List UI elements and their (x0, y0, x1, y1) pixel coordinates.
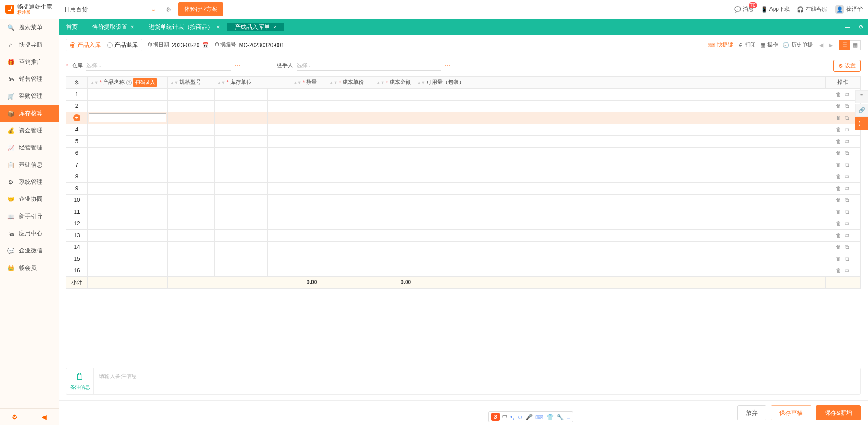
copy-row-icon[interactable]: ⧉ (845, 115, 849, 121)
close-icon[interactable]: ✕ (273, 24, 277, 30)
operate-link[interactable]: ▦操作 (760, 41, 778, 49)
store-settings-icon[interactable]: ⚙ (166, 6, 172, 13)
tab-1[interactable]: 售价提取设置✕ (85, 23, 142, 31)
delete-row-icon[interactable]: 🗑 (836, 209, 841, 215)
history-link[interactable]: 🕘历史单据 (783, 41, 813, 49)
ime-punct-icon[interactable]: •, (510, 414, 514, 420)
handler-picker-icon[interactable]: ⋯ (445, 63, 451, 69)
promo-button[interactable]: 体验行业方案 (178, 2, 223, 16)
table-row[interactable]: 8🗑⧉ (66, 171, 860, 182)
copy-row-icon[interactable]: ⧉ (845, 138, 849, 145)
delete-row-icon[interactable]: 🗑 (836, 162, 841, 168)
table-row[interactable]: 2🗑⧉ (66, 100, 860, 112)
remark-input[interactable] (94, 368, 860, 394)
store-selector[interactable]: 日用百货 ⌄ (61, 4, 160, 15)
delete-row-icon[interactable]: 🗑 (836, 220, 841, 227)
table-row[interactable]: 6🗑⧉ (66, 147, 860, 159)
copy-row-icon[interactable]: ⧉ (845, 91, 849, 98)
sort-icon[interactable]: ▲▼ (170, 81, 179, 84)
ime-mic-icon[interactable]: 🎤 (525, 414, 533, 420)
add-row-icon[interactable]: + (73, 114, 80, 121)
scan-entry-button[interactable]: 扫码录入 (133, 78, 157, 87)
sidebar-item-9[interactable]: ⚙系统管理 (0, 173, 59, 191)
copy-row-icon[interactable]: ⧉ (845, 150, 849, 156)
dock-expand-icon[interactable]: ⛶ (855, 117, 868, 130)
sort-icon[interactable]: ▲▼ (330, 81, 338, 84)
close-icon[interactable]: ✕ (130, 24, 134, 30)
copy-row-icon[interactable]: ⧉ (845, 244, 849, 250)
sidebar-item-3[interactable]: 🛍销售管理 (0, 70, 59, 88)
delete-row-icon[interactable]: 🗑 (836, 185, 841, 191)
delete-row-icon[interactable]: 🗑 (836, 115, 841, 121)
sort-icon[interactable]: ▲▼ (293, 81, 302, 84)
table-row[interactable]: 9🗑⧉ (66, 182, 860, 194)
copy-row-icon[interactable]: ⧉ (845, 267, 849, 274)
table-row[interactable]: +🗑⧉ (66, 112, 860, 124)
sidebar-item-4[interactable]: 🛒采购管理 (0, 88, 59, 105)
copy-row-icon[interactable]: ⧉ (845, 173, 849, 180)
ime-bar[interactable]: S 中 •, ☺ 🎤 ⌨ 👕 🔧 ≡ (488, 411, 573, 422)
table-row[interactable]: 10🗑⧉ (66, 194, 860, 206)
delete-row-icon[interactable]: 🗑 (836, 197, 841, 203)
table-row[interactable]: 7🗑⧉ (66, 159, 860, 171)
tab-3[interactable]: 产成品入库单✕ (227, 23, 284, 31)
ime-keyboard-icon[interactable]: ⌨ (535, 414, 544, 420)
copy-row-icon[interactable]: ⧉ (845, 197, 849, 203)
sidebar-item-6[interactable]: 💰资金管理 (0, 122, 59, 139)
delete-row-icon[interactable]: 🗑 (836, 126, 841, 133)
copy-row-icon[interactable]: ⧉ (845, 232, 849, 238)
info-icon[interactable]: ? (126, 80, 132, 85)
grid-setting-button[interactable]: ⚙设置 (833, 60, 861, 72)
table-row[interactable]: 4🗑⧉ (66, 124, 860, 135)
delete-row-icon[interactable]: 🗑 (836, 103, 841, 109)
print-link[interactable]: 🖨打印 (738, 41, 756, 49)
sidebar-item-0[interactable]: 🔍搜索菜单 (0, 19, 59, 36)
sidebar-item-2[interactable]: 🎁营销推广 (0, 53, 59, 70)
close-icon[interactable]: ✕ (216, 24, 220, 30)
sidebar-item-10[interactable]: 🤝企业协同 (0, 191, 59, 208)
sidebar-item-7[interactable]: 📈经营管理 (0, 139, 59, 156)
table-row[interactable]: 15🗑⧉ (66, 253, 860, 265)
tab-minimize-button[interactable]: — (841, 19, 854, 35)
dock-link-icon[interactable]: 🔗 (855, 104, 868, 117)
save-and-new-button[interactable]: 保存&新增 (816, 405, 861, 420)
sidebar-item-1[interactable]: ⌂快捷导航 (0, 36, 59, 53)
copy-row-icon[interactable]: ⧉ (845, 220, 849, 227)
table-row[interactable]: 1🗑⧉ (66, 89, 860, 100)
product-name-input[interactable] (89, 113, 166, 122)
delete-row-icon[interactable]: 🗑 (836, 232, 841, 238)
delete-row-icon[interactable]: 🗑 (836, 91, 841, 98)
tab-0[interactable]: 首页 (59, 23, 85, 31)
sidebar-settings-icon[interactable]: ⚙ (0, 409, 29, 425)
ime-tool-icon[interactable]: 🔧 (557, 414, 564, 420)
next-arrow-icon[interactable]: ▶ (827, 41, 835, 49)
copy-row-icon[interactable]: ⧉ (845, 209, 849, 215)
table-row[interactable]: 11🗑⧉ (66, 206, 860, 218)
sidebar-item-5[interactable]: 📦库存核算 (0, 105, 59, 122)
table-row[interactable]: 5🗑⧉ (66, 135, 860, 147)
header-gear-icon[interactable]: ⚙ (74, 79, 79, 86)
discard-button[interactable]: 放弃 (737, 405, 766, 420)
sort-icon[interactable]: ▲▼ (217, 81, 225, 84)
table-row[interactable]: 14🗑⧉ (66, 241, 860, 253)
copy-row-icon[interactable]: ⧉ (845, 126, 849, 133)
messages-link[interactable]: 💬 消息 70 (734, 5, 754, 13)
sort-icon[interactable]: ▲▼ (377, 81, 385, 84)
ime-more-icon[interactable]: ≡ (566, 414, 570, 420)
delete-row-icon[interactable]: 🗑 (836, 256, 841, 262)
warehouse-input[interactable] (86, 61, 231, 71)
sort-icon[interactable]: ▲▼ (417, 81, 425, 84)
table-row[interactable]: 13🗑⧉ (66, 229, 860, 241)
delete-row-icon[interactable]: 🗑 (836, 173, 841, 180)
service-link[interactable]: 🎧 在线客服 (797, 5, 827, 13)
copy-row-icon[interactable]: ⧉ (845, 185, 849, 191)
delete-row-icon[interactable]: 🗑 (836, 244, 841, 250)
dock-note-icon[interactable]: 🗒 (855, 90, 868, 103)
sort-icon[interactable]: ▲▼ (90, 81, 99, 84)
table-row[interactable]: 16🗑⧉ (66, 265, 860, 276)
handler-input[interactable] (297, 61, 441, 71)
ime-skin-icon[interactable]: 👕 (547, 414, 554, 420)
copy-row-icon[interactable]: ⧉ (845, 162, 849, 168)
view-list-button[interactable]: ☰ (839, 40, 850, 50)
shortcut-link[interactable]: ⌨快捷键 (708, 41, 733, 49)
